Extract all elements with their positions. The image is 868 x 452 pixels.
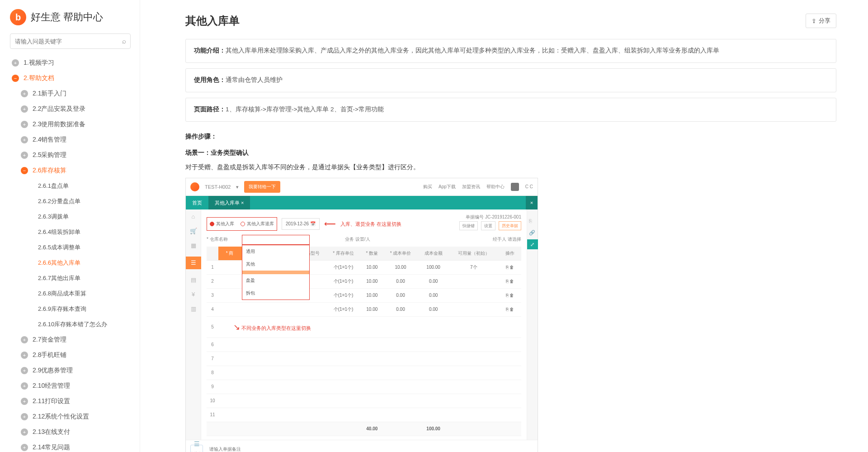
page-title: 其他入库单 <box>185 14 240 28</box>
side-money-icon[interactable]: ¥ <box>190 291 197 298</box>
nav-2-4[interactable]: +2.4销售管理 <box>10 132 131 147</box>
th-avail: 可用量（初始） <box>449 247 499 261</box>
biztype-input[interactable] <box>242 235 310 245</box>
tool-copy-icon[interactable]: ⎘ <box>529 216 536 223</box>
annotation-1: 入库、退货业务 在这里切换 <box>340 219 401 229</box>
radio-return[interactable]: 其他入库退库 <box>241 219 274 228</box>
th-amount: 成本金额 <box>418 247 449 261</box>
dd-opt-hl[interactable] <box>242 271 309 274</box>
side-home-icon[interactable]: ⌂ <box>190 213 197 220</box>
path-label: 页面路径： <box>194 106 226 113</box>
app-form: 单据编号 JC-20191226-001 快捷键 设置 历史单据 其他入库 其他… <box>201 209 527 440</box>
doc-type-radio-group: 其他入库 其他入库退库 <box>207 217 277 231</box>
th-unit: * 库存单位 <box>326 247 361 261</box>
tab-current[interactable]: 其他入库单 × <box>208 196 250 209</box>
tag-history[interactable]: 历史单据 <box>499 221 521 230</box>
dd-opt-1[interactable]: 通用 <box>242 245 309 258</box>
nav-2-6[interactable]: −2.6库存核算 <box>10 163 131 178</box>
tool-expand-icon[interactable]: ⤢ <box>527 239 538 249</box>
role-text: 通常由仓管人员维护 <box>226 76 283 83</box>
nav-2-6-1[interactable]: 2.6.1盘点单 <box>10 178 131 194</box>
biztype-dropdown[interactable]: 通用 其他 盘盈 拆包 <box>242 235 310 245</box>
tag-settings[interactable]: 设置 <box>481 221 495 230</box>
nav-2-3[interactable]: +2.3使用前数据准备 <box>10 117 131 132</box>
side-report-icon[interactable]: ▥ <box>190 305 197 313</box>
dropdown-icon: ▾ <box>236 182 239 192</box>
table-row: 11 <box>207 408 521 422</box>
table-row: 9 <box>207 380 521 394</box>
scene1-title: 场景一：业务类型确认 <box>185 146 836 159</box>
nav-2-14[interactable]: +2.14常见问题 <box>10 440 131 452</box>
row-action-icon[interactable]: ⎘ 🗑 <box>499 274 521 288</box>
date-picker[interactable]: 2019-12-26 📅 <box>282 218 320 230</box>
nav-2-9[interactable]: +2.9优惠券管理 <box>10 363 131 378</box>
share-button[interactable]: ⇪分享 <box>806 14 836 28</box>
remark-input[interactable] <box>208 445 533 452</box>
nav-2-6-10[interactable]: 2.6.10库存账本错了怎么办 <box>10 317 131 332</box>
logo-icon: b <box>10 9 26 25</box>
row-action-icon[interactable]: ⎘ 🗑 <box>499 288 521 302</box>
intro-text: 其他入库单用来处理除采购入库、产成品入库之外的其他入库业务，因此其他入库单可处理… <box>226 47 719 54</box>
side-stock-icon[interactable]: ☰ <box>186 257 201 269</box>
top-app[interactable]: App下载 <box>439 182 456 191</box>
tag-shortcut[interactable]: 快捷键 <box>459 221 478 230</box>
side-box-icon[interactable]: ▦ <box>190 242 197 249</box>
nav-2-13[interactable]: +2.13在线支付 <box>10 424 131 440</box>
remark-row: ☰备注信息 <box>186 440 538 452</box>
app-side-nav: ⌂ 🛒 ▦ ☰ ▤ ¥ ▥ <box>186 209 201 440</box>
top-buy[interactable]: 购买 <box>423 182 432 191</box>
intro-label: 功能介绍： <box>194 47 226 54</box>
remark-icon: ☰备注信息 <box>190 445 203 452</box>
row-action-icon[interactable]: ⎘ 🗑 <box>499 302 521 316</box>
search-icon[interactable]: ⌕ <box>122 37 126 45</box>
nav-2-6-2[interactable]: 2.6.2分量盘点单 <box>10 194 131 209</box>
nav-video[interactable]: +1.视频学习 <box>10 55 131 71</box>
side-chart-icon[interactable]: ▤ <box>190 276 197 284</box>
nav-2-1[interactable]: +2.1新手入门 <box>10 86 131 101</box>
arrow-icon: ⟵ <box>324 216 336 232</box>
nav-2-6-5[interactable]: 2.6.5成本调整单 <box>10 240 131 255</box>
nav-2-6-7[interactable]: 2.6.7其他出库单 <box>10 271 131 286</box>
top-msg[interactable]: 加盟资讯 <box>462 182 480 191</box>
doc-meta: 单据编号 JC-20191226-001 快捷键 设置 历史单据 <box>458 213 521 230</box>
avatar-icon[interactable] <box>511 183 519 191</box>
nav-2-6-4[interactable]: 2.6.4组装拆卸单 <box>10 224 131 240</box>
app-logo-icon <box>190 182 199 191</box>
nav-2-6-6[interactable]: 2.6.6其他入库单 <box>10 255 131 271</box>
th-code: * 商 <box>218 247 241 261</box>
nav-help-docs[interactable]: −2.帮助文档 <box>10 71 131 86</box>
search-input[interactable] <box>10 33 131 49</box>
nav-2-12[interactable]: +2.12系统个性化设置 <box>10 409 131 424</box>
nav-2-8[interactable]: +2.8手机旺铺 <box>10 347 131 363</box>
table-row: 6 <box>207 338 521 352</box>
dd-opt-2[interactable]: 其他 <box>242 258 309 271</box>
nav-2-6-8[interactable]: 2.6.8商品成本重算 <box>10 286 131 301</box>
dd-opt-3[interactable]: 盘盈 <box>242 274 309 287</box>
side-cart-icon[interactable]: 🛒 <box>190 228 197 235</box>
radio-in[interactable]: 其他入库 <box>210 219 234 228</box>
th-idx <box>207 247 218 261</box>
field-operator: 经手人 请选择 <box>493 235 521 245</box>
tool-link-icon[interactable]: 🔗 <box>529 228 536 235</box>
nav-2-7[interactable]: +2.7资金管理 <box>10 332 131 347</box>
app-screenshot: TEST-H002 ▾ 我要转给一下 购买 App下载 加盟资讯 帮助中心 C … <box>185 178 538 452</box>
nav-2-2[interactable]: +2.2产品安装及登录 <box>10 101 131 117</box>
dd-opt-4[interactable]: 拆包 <box>242 287 309 300</box>
tab-home[interactable]: 首页 <box>186 196 208 209</box>
upgrade-button[interactable]: 我要转给一下 <box>244 181 280 193</box>
path-box: 页面路径：1、库存核算->库存管理->其他入库单 2、首页->常用功能 <box>185 98 836 122</box>
table-row: 5↘ 不同业务的入库类型在这里切换 <box>207 316 521 338</box>
nav-2-5[interactable]: +2.5采购管理 <box>10 147 131 163</box>
top-help[interactable]: 帮助中心 <box>486 182 505 191</box>
biztype-options: 通用 其他 盘盈 拆包 <box>242 245 310 300</box>
th-qty: * 数量 <box>361 247 383 261</box>
nav-2-6-3[interactable]: 2.6.3调拨单 <box>10 209 131 224</box>
nav-2-6-9[interactable]: 2.6.9库存账本查询 <box>10 301 131 317</box>
nav-2-11[interactable]: +2.11打印设置 <box>10 394 131 409</box>
right-toolbar: ⎘ 🔗 ⤢ <box>527 209 538 440</box>
table-row: 7 <box>207 352 521 366</box>
brand-row: b 好生意 帮助中心 <box>10 9 131 25</box>
row-action-icon[interactable]: ⎘ 🗑 <box>499 260 521 274</box>
tabs-close-icon[interactable]: × <box>526 196 538 209</box>
nav-2-10[interactable]: +2.10经营管理 <box>10 378 131 394</box>
